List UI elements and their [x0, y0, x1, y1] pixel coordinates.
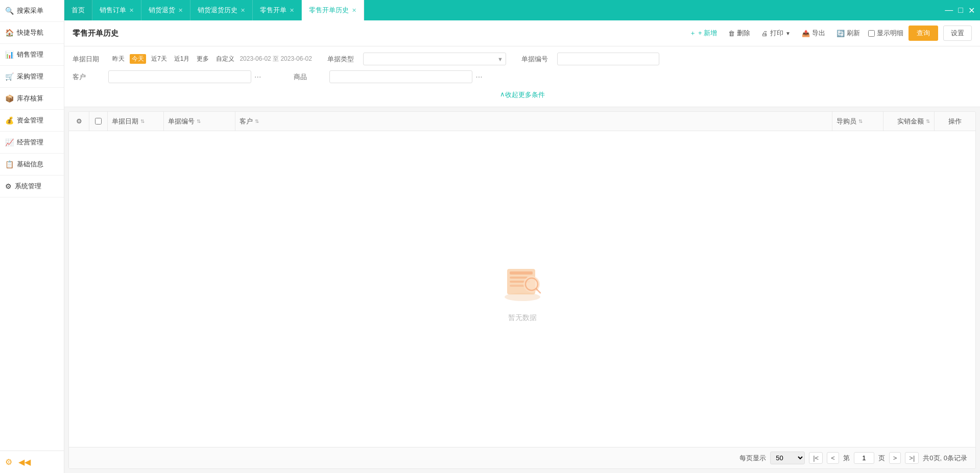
sidebar-item-finance[interactable]: 💰 资金管理	[0, 110, 64, 132]
sidebar-collapse-button[interactable]: ◀◀	[18, 457, 31, 467]
svg-rect-2	[510, 271, 533, 275]
tab-sales-return-label: 销货退货	[149, 6, 175, 15]
sidebar-search[interactable]: 🔍 搜索采单	[0, 0, 64, 22]
money-icon: 💰	[5, 116, 14, 125]
sidebar: 🔍 搜索采单 🏠 快捷导航 📊 销售管理 🛒 采购管理 📦 库存核算 💰 资金管…	[0, 0, 64, 473]
tab-sales-return-history[interactable]: 销货退货历史 ✕	[190, 0, 253, 20]
th-customer-label: 客户	[240, 117, 253, 126]
query-button[interactable]: 查询	[909, 26, 938, 41]
window-close-button[interactable]: ✕	[968, 6, 975, 15]
th-action-label: 操作	[948, 117, 962, 126]
add-button[interactable]: ＋ + 新增	[686, 27, 720, 40]
tab-sales-order-close[interactable]: ✕	[129, 7, 134, 14]
per-page-select[interactable]: 50 100 200	[770, 452, 805, 464]
prev-page-button[interactable]: <	[827, 452, 839, 464]
export-icon: 📤	[802, 30, 810, 37]
sidebar-item-label: 基础信息	[17, 160, 43, 169]
tab-sales-return[interactable]: 销货退货 ✕	[141, 0, 190, 20]
show-detail-text: 显示明细	[877, 29, 903, 38]
settings-gear-button[interactable]: ⚙	[5, 457, 12, 467]
number-filter-label: 单据编号	[521, 55, 557, 64]
svg-line-8	[536, 289, 540, 293]
tab-sales-return-history-label: 销货退货历史	[198, 6, 237, 15]
info-icon: 📋	[5, 160, 14, 168]
refresh-button[interactable]: 🔄 刷新	[833, 27, 863, 40]
print-label: 打印	[770, 29, 783, 38]
refresh-label: 刷新	[847, 29, 860, 38]
product-dots-button[interactable]: ···	[473, 71, 484, 83]
tab-retail-open-label: 零售开单	[260, 6, 286, 15]
page-number-input[interactable]: 1	[854, 452, 874, 464]
settings-button[interactable]: 设置	[943, 26, 972, 41]
svg-rect-5	[510, 285, 525, 287]
last-page-button[interactable]: >|	[905, 452, 919, 464]
sidebar-item-quick-nav[interactable]: 🏠 快捷导航	[0, 22, 64, 44]
customer-dots-button[interactable]: ···	[252, 71, 263, 83]
page-suffix: 页	[878, 454, 885, 463]
filter-field-number: 单据编号	[521, 53, 659, 65]
show-detail-checkbox-label[interactable]: 显示明细	[868, 29, 903, 38]
shortcut-1month[interactable]: 近1月	[172, 54, 192, 64]
print-button[interactable]: 🖨 打印 ▼	[758, 27, 794, 40]
th-action: 操作	[935, 112, 975, 131]
window-maximize-button[interactable]: □	[958, 6, 963, 15]
th-date[interactable]: 单据日期 ⇅	[108, 112, 164, 131]
th-number[interactable]: 单据编号 ⇅	[164, 112, 235, 131]
th-settings[interactable]: ⚙	[69, 112, 89, 131]
tab-retail-open-history[interactable]: 零售开单历史 ✕	[302, 0, 364, 20]
th-amount-label: 实销金额	[897, 117, 924, 126]
sidebar-item-base-info[interactable]: 📋 基础信息	[0, 154, 64, 176]
customer-input[interactable]	[108, 70, 251, 83]
window-minimize-button[interactable]: —	[945, 6, 953, 15]
shortcut-more[interactable]: 更多	[195, 54, 211, 64]
date-sort-icon: ⇅	[140, 118, 145, 124]
show-detail-checkbox[interactable]	[868, 30, 875, 37]
select-all-checkbox[interactable]	[95, 118, 102, 125]
sidebar-item-system[interactable]: ⚙ 系统管理	[0, 176, 64, 197]
print-icon: 🖨	[761, 30, 768, 37]
shortcut-yesterday[interactable]: 昨天	[110, 54, 127, 64]
toolbar: ＋ + 新增 🗑 删除 🖨 打印 ▼ 📤 导出 🔄	[686, 26, 972, 41]
th-checkbox[interactable]	[89, 112, 108, 131]
sidebar-item-sales-mgmt[interactable]: 📊 销售管理	[0, 44, 64, 66]
shortcut-today[interactable]: 今天	[130, 54, 146, 64]
product-input[interactable]	[329, 70, 472, 83]
sidebar-search-label: 搜索采单	[17, 6, 43, 15]
type-select[interactable]	[363, 53, 506, 65]
shortcut-custom[interactable]: 自定义	[214, 54, 236, 64]
delete-label: 删除	[737, 29, 750, 38]
th-amount[interactable]: 实销金额 ⇅	[883, 112, 935, 131]
tab-retail-open[interactable]: 零售开单 ✕	[253, 0, 302, 20]
collapse-more-button[interactable]: ∧ 收起更多条件	[73, 88, 972, 104]
delete-button[interactable]: 🗑 删除	[725, 27, 753, 40]
number-input[interactable]	[557, 53, 659, 65]
empty-illustration	[497, 256, 548, 307]
cart-icon: 🛒	[5, 72, 14, 81]
customer-input-wrap: ···	[108, 70, 263, 83]
sidebar-item-label: 采购管理	[17, 72, 43, 81]
tab-home[interactable]: 首页	[64, 0, 92, 20]
search-icon: 🔍	[5, 7, 14, 15]
first-page-button[interactable]: |<	[809, 452, 823, 464]
tab-sales-order[interactable]: 销售订单 ✕	[92, 0, 141, 20]
shortcut-7days[interactable]: 近7天	[149, 54, 169, 64]
next-page-button[interactable]: >	[889, 452, 901, 464]
tab-sales-return-history-close[interactable]: ✕	[241, 7, 245, 14]
th-guide[interactable]: 导购员 ⇅	[832, 112, 883, 131]
filter-row-date: 单据日期 昨天 今天 近7天 近1月 更多 自定义 2023-06-02 至 2…	[73, 53, 972, 65]
sidebar-item-purchase-mgmt[interactable]: 🛒 采购管理	[0, 66, 64, 88]
tab-retail-open-history-close[interactable]: ✕	[352, 7, 356, 14]
sidebar-item-operations[interactable]: 📈 经营管理	[0, 132, 64, 154]
sidebar-item-inventory[interactable]: 📦 库存核算	[0, 88, 64, 110]
type-select-wrap: ▼	[363, 53, 506, 65]
th-customer[interactable]: 客户 ⇅	[235, 112, 832, 131]
export-label: 导出	[812, 29, 825, 38]
export-button[interactable]: 📤 导出	[799, 27, 828, 40]
date-filter-label: 单据日期	[73, 55, 108, 64]
tab-sales-return-close[interactable]: ✕	[178, 7, 183, 14]
content-area: 零售开单历史 ＋ + 新增 🗑 删除 🖨 打印 ▼ 📤 导出	[64, 20, 980, 473]
tab-retail-open-close[interactable]: ✕	[290, 7, 294, 14]
filter-row-customer: 客户 ··· 商品 ···	[73, 70, 972, 83]
page-total: 共0页, 0条记录	[923, 454, 967, 463]
refresh-icon: 🔄	[836, 30, 845, 37]
